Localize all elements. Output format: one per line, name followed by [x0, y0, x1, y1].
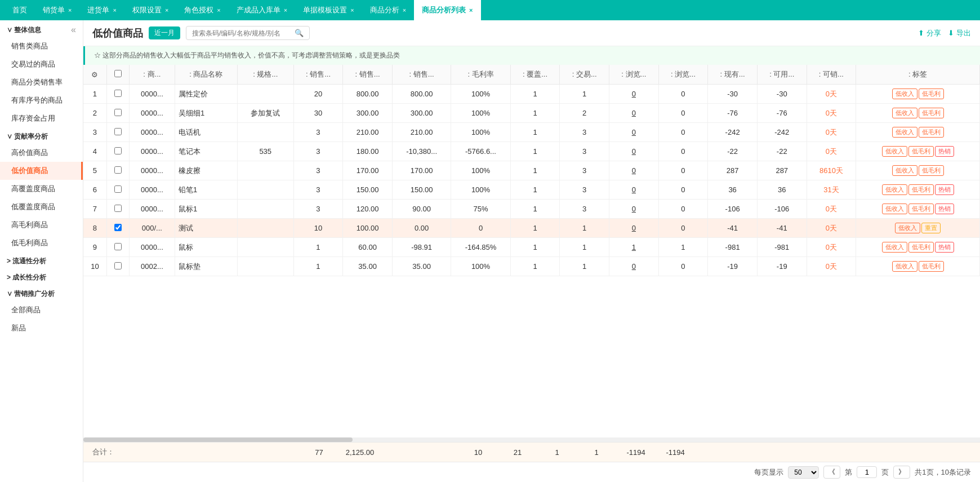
cell-checkbox[interactable]	[106, 238, 129, 257]
nav-tab-roles[interactable]: 角色授权 ×	[176, 0, 228, 20]
close-icon[interactable]: ×	[350, 7, 354, 14]
row-checkbox[interactable]	[114, 109, 122, 116]
col-name[interactable]: : 商品名称	[175, 65, 237, 85]
select-all-checkbox[interactable]	[114, 70, 122, 77]
col-browse2[interactable]: : 浏览...	[658, 65, 708, 85]
sidebar-group-marketing[interactable]: ∨ 营销推广分析	[0, 285, 83, 301]
period-button[interactable]: 近一月	[149, 26, 180, 39]
sidebar-item-stock-fund[interactable]: 库存资金占用	[0, 109, 83, 127]
col-saleable[interactable]: : 可销...	[807, 65, 856, 85]
sidebar-group-overall[interactable]: ∨ 整体信息	[7, 25, 41, 35]
cell-checkbox[interactable]	[106, 219, 129, 238]
browse1-link[interactable]: 0	[632, 262, 636, 271]
cell-checkbox[interactable]	[106, 180, 129, 200]
browse1-link[interactable]: 0	[632, 147, 636, 156]
row-checkbox[interactable]	[114, 128, 122, 135]
row-checkbox[interactable]	[114, 262, 122, 269]
sidebar-item-low-value[interactable]: 低价值商品	[0, 162, 83, 180]
close-icon[interactable]: ×	[113, 7, 116, 14]
col-margin[interactable]: : 毛利率	[451, 65, 510, 85]
sidebar-item-high-coverage[interactable]: 高覆盖度商品	[0, 180, 83, 198]
current-page-input[interactable]	[857, 466, 877, 478]
col-cover[interactable]: : 覆盖...	[510, 65, 560, 85]
cell-checkbox[interactable]	[106, 200, 129, 219]
cell-checkbox[interactable]	[106, 85, 129, 104]
close-icon[interactable]: ×	[403, 7, 406, 14]
row-checkbox[interactable]	[114, 90, 122, 97]
col-code[interactable]: : 商...	[129, 65, 175, 85]
close-icon[interactable]: ×	[68, 7, 72, 14]
sidebar-item-high-margin[interactable]: 高毛利商品	[0, 216, 83, 234]
row-checkbox[interactable]	[114, 147, 122, 154]
row-checkbox[interactable]	[114, 205, 122, 212]
row-checkbox[interactable]	[114, 185, 122, 193]
cell-checkbox[interactable]	[106, 257, 129, 276]
col-tags[interactable]: : 标签	[856, 65, 980, 85]
row-checkbox[interactable]	[114, 243, 122, 250]
cell-spec	[237, 219, 293, 238]
cell-code: 0000...	[129, 180, 175, 200]
collapse-button[interactable]: «	[69, 25, 78, 35]
sidebar-item-stock-goods[interactable]: 有库序号的商品	[0, 91, 83, 109]
nav-tab-instock[interactable]: 产成品入库单 ×	[229, 0, 295, 20]
cell-s3: -10,380...	[392, 142, 451, 161]
nav-tab-purchase[interactable]: 进货单 ×	[79, 0, 124, 20]
cell-checkbox[interactable]	[106, 104, 129, 123]
sidebar-item-new-goods[interactable]: 新品	[0, 319, 83, 337]
sidebar-item-traded[interactable]: 交易过的商品	[0, 55, 83, 73]
sidebar-item-high-value[interactable]: 高价值商品	[0, 144, 83, 162]
export-button[interactable]: ⬇ 导出	[948, 28, 971, 38]
browse1-link[interactable]: 0	[632, 185, 636, 194]
browse1-link[interactable]: 0	[632, 166, 636, 175]
cell-num: 5	[83, 161, 106, 180]
browse1-link[interactable]: 0	[632, 109, 636, 117]
col-sales3[interactable]: : 销售...	[392, 65, 451, 85]
browse1-link[interactable]: 0	[632, 128, 636, 136]
row-checkbox[interactable]	[114, 224, 122, 231]
row-checkbox[interactable]	[114, 166, 122, 174]
sidebar-group-contribution[interactable]: ∨ 贡献率分析	[0, 127, 83, 144]
close-icon[interactable]: ×	[217, 7, 220, 14]
cell-checkbox[interactable]	[106, 142, 129, 161]
close-icon[interactable]: ×	[284, 7, 287, 14]
col-avail[interactable]: : 可用...	[757, 65, 807, 85]
browse1-link[interactable]: 0	[632, 224, 636, 232]
sidebar-group-flow[interactable]: > 流通性分析	[0, 252, 83, 268]
sidebar-item-category-rate[interactable]: 商品分类销售率	[0, 73, 83, 91]
sidebar-item-sales-goods[interactable]: 销售类商品	[0, 37, 83, 55]
sidebar-item-low-margin[interactable]: 低毛利商品	[0, 234, 83, 252]
nav-tab-analysis-list[interactable]: 商品分析列表 ×	[414, 0, 480, 20]
browse1-link[interactable]: 0	[632, 90, 636, 98]
scrollbar-thumb[interactable]	[83, 437, 353, 442]
col-checkbox[interactable]	[106, 65, 129, 85]
col-current[interactable]: : 现有...	[708, 65, 758, 85]
browse1-link[interactable]: 0	[632, 205, 636, 213]
nav-tab-sales[interactable]: 销货单 ×	[35, 0, 79, 20]
sidebar-item-all-goods[interactable]: 全部商品	[0, 301, 83, 319]
sidebar-group-growth[interactable]: > 成长性分析	[0, 268, 83, 285]
share-button[interactable]: ⬆ 分享	[918, 28, 941, 38]
cell-checkbox[interactable]	[106, 161, 129, 180]
col-gear[interactable]: ⚙	[83, 65, 106, 85]
nav-tab-analysis[interactable]: 商品分析 ×	[362, 0, 414, 20]
next-page-button[interactable]: 》	[893, 466, 910, 479]
close-icon[interactable]: ×	[469, 7, 473, 14]
col-sales1[interactable]: : 销售...	[293, 65, 343, 85]
nav-tab-home[interactable]: 首页	[5, 0, 35, 20]
first-page-button[interactable]: 《	[823, 466, 840, 479]
sidebar-item-low-coverage[interactable]: 低覆盖度商品	[0, 198, 83, 216]
col-sales2[interactable]: : 销售...	[343, 65, 393, 85]
nav-tab-template[interactable]: 单据模板设置 ×	[295, 0, 362, 20]
page-size-select[interactable]: 50 100	[788, 466, 819, 479]
col-browse1[interactable]: : 浏览...	[609, 65, 659, 85]
nav-tab-perms[interactable]: 权限设置 ×	[124, 0, 176, 20]
search-input[interactable]	[192, 29, 291, 37]
col-trans[interactable]: : 交易...	[560, 65, 609, 85]
table-row: 2 0000... 吴细细1 参加复试 30 300.00 300.00 100…	[83, 104, 980, 123]
cell-checkbox[interactable]	[106, 123, 129, 142]
cell-name: 鼠标1	[175, 200, 237, 219]
col-spec[interactable]: : 规格...	[237, 65, 293, 85]
horizontal-scrollbar[interactable]	[83, 437, 980, 442]
close-icon[interactable]: ×	[165, 7, 168, 14]
browse1-link[interactable]: 1	[632, 243, 636, 251]
